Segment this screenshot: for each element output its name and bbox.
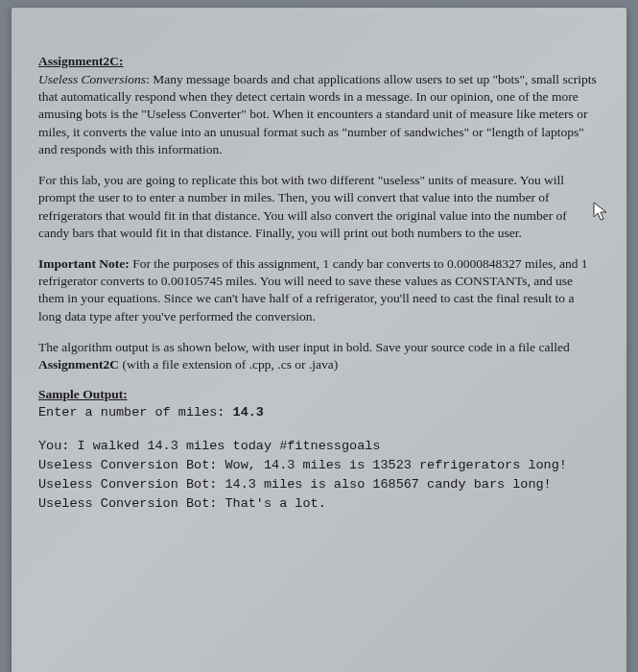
algo-post: (with a file extension of .cpp, .cs or .…: [119, 357, 338, 372]
sample-line-you: You: I walked 14.3 miles today #fitnessg…: [38, 438, 600, 455]
sample-output-block: Enter a number of miles: 14.3: [38, 404, 600, 421]
assignment-title: Assignment2C:: [38, 54, 600, 69]
intro-lead-italic: Useless Conversions: [38, 72, 146, 86]
sample-line-bot1: Useless Conversion Bot: Wow, 14.3 miles …: [38, 457, 600, 474]
algo-filename: Assignment2C: [38, 357, 119, 372]
paragraph-lab-desc: For this lab, you are going to replicate…: [38, 172, 600, 242]
sample-user-input: 14.3: [233, 405, 264, 420]
sample-line-bot2: Useless Conversion Bot: 14.3 miles is al…: [38, 476, 600, 493]
sample-output-label: Sample Output:: [38, 387, 600, 402]
sample-prompt-label: Enter a number of miles:: [38, 405, 233, 420]
sample-line-bot3: Useless Conversion Bot: That's a lot.: [38, 495, 600, 513]
algo-pre: The algorithm output is as shown below, …: [38, 340, 570, 354]
paragraph-algorithm-output: The algorithm output is as shown below, …: [38, 339, 600, 373]
paragraph-important-note: Important Note: For the purposes of this…: [38, 255, 600, 325]
important-note-label: Important Note:: [38, 256, 130, 271]
document-page: Assignment2C: Useless Conversions: Many …: [12, 8, 626, 672]
paragraph-intro: Useless Conversions: Many message boards…: [38, 71, 600, 158]
blank-line: [38, 422, 600, 436]
